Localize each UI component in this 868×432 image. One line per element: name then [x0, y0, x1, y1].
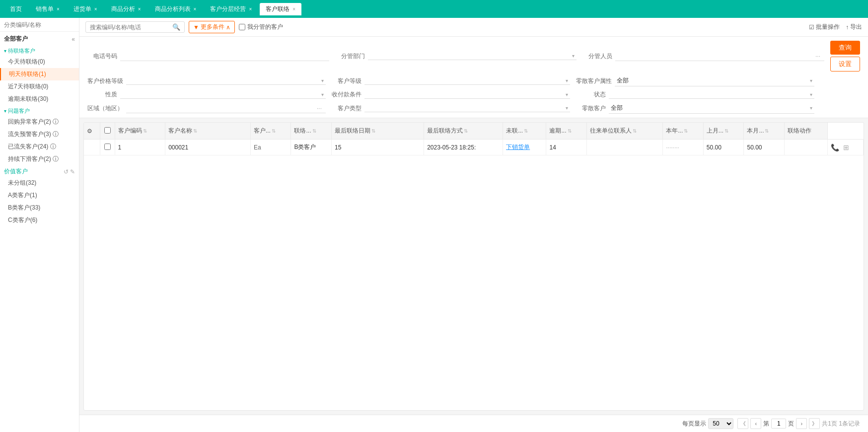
reset-btn[interactable]: 设置 [830, 57, 860, 72]
main-search-icon[interactable]: 🔍 [172, 23, 180, 31]
nav-product-analysis[interactable]: 商品分析 × [105, 3, 147, 15]
nav-close-product-list[interactable]: × [194, 6, 197, 12]
this-month-sort-icon[interactable]: ⇅ [765, 128, 769, 134]
this-year-sort-icon[interactable]: ⇅ [684, 128, 688, 134]
prev-page-btn[interactable]: ‹ [750, 418, 761, 429]
filter-dept-select[interactable]: ▾ [368, 52, 577, 60]
settings-icon[interactable]: ⚙ [87, 128, 92, 135]
sidebar-item-churned[interactable]: 已流失客户(24) ⓘ [0, 141, 79, 153]
sidebar-group-pending[interactable]: 待联络客户 [0, 45, 79, 56]
retail-attr-arrow: ▾ [810, 78, 812, 83]
sidebar-item-churn-warn[interactable]: 流失预警客户(3) ⓘ [0, 128, 79, 141]
overdue-sort-icon[interactable]: ⇅ [568, 128, 572, 134]
nav-customer-contact[interactable]: 客户联络 × [260, 3, 301, 15]
export-btn[interactable]: ↑ 导出 [846, 23, 862, 31]
data-table-container: ⚙ 客户编码⇅ 客户名称⇅ 客户...⇅ [83, 122, 864, 411]
col-type: 客户...⇅ [250, 123, 291, 140]
sidebar-item-b-class[interactable]: B类客户(33) [0, 202, 79, 214]
row-code: 000021 [165, 140, 251, 155]
filter-icon: ▼ [193, 24, 199, 31]
page-unit: 页 [788, 420, 794, 428]
region-label: 区域（地区） [87, 104, 123, 113]
per-page-select[interactable]: 50 100 200 [708, 418, 733, 429]
nav-close-product-analysis[interactable]: × [138, 6, 141, 12]
sidebar-item-ungrouped[interactable]: 未分组(32) [0, 177, 79, 189]
nav-close-contact[interactable]: × [292, 6, 295, 12]
method-link[interactable]: 下销货单 [506, 144, 530, 150]
sidebar-item-overdue[interactable]: 逾期未联络(30) [0, 93, 79, 105]
nav-close-tier[interactable]: × [249, 6, 252, 12]
nav-close-sales[interactable]: × [57, 6, 60, 12]
select-all-checkbox[interactable] [104, 127, 111, 134]
main-search-input[interactable] [90, 24, 170, 31]
next-page-btn[interactable]: › [796, 418, 807, 429]
phone-action-icon[interactable]: 📞 [831, 144, 839, 151]
region-dots[interactable]: ··· [315, 105, 324, 112]
last-month-sort-icon[interactable]: ⇅ [724, 128, 728, 134]
nav-close-purchase[interactable]: × [94, 6, 97, 12]
filter-phone-input[interactable] [120, 52, 329, 61]
sidebar-item-today[interactable]: 今天待联络(0) [0, 56, 79, 68]
my-customers-checkbox[interactable] [239, 24, 245, 30]
total-text: 共1页 1条记录 [822, 420, 860, 428]
last-page-btn[interactable]: 》 [809, 418, 820, 429]
filter-retail-cust-select[interactable]: 全部 ▾ [609, 103, 814, 114]
row-last-date: 2023-05-23 18:25: [424, 140, 503, 155]
last-date-sort-icon[interactable]: ⇅ [371, 128, 375, 134]
nav-sales-order[interactable]: 销售单 × [30, 3, 66, 15]
row-checkbox[interactable] [104, 144, 111, 150]
grid-action-icon[interactable]: ⊞ [843, 144, 849, 151]
sidebar-collapse-icon[interactable]: « [72, 36, 75, 43]
first-page-btn[interactable]: 《 [737, 418, 748, 429]
no-contact-sort-icon[interactable]: ⇅ [524, 128, 528, 134]
page-number-input[interactable] [771, 419, 786, 429]
filter-region: 区域（地区） ··· [87, 104, 326, 113]
filter-cust-type-select[interactable]: ▾ [364, 104, 570, 112]
more-conditions-btn[interactable]: ▼ 更多条件 ∧ [189, 21, 235, 33]
sidebar-item-week[interactable]: 近7天待联络(0) [0, 80, 79, 93]
nature-label: 性质 [87, 90, 117, 99]
per-page-container: 每页显示 50 100 200 [682, 418, 733, 429]
sidebar-group-problem[interactable]: 问题客户 [0, 105, 79, 116]
filter-retail-cust: 零散客户 全部 ▾ [576, 103, 814, 114]
code-sort-icon[interactable]: ⇅ [143, 128, 147, 134]
col-overdue: 逾期...⇅ [546, 123, 587, 140]
nav-purchase-order[interactable]: 进货单 × [68, 3, 103, 15]
sidebar-group-value[interactable]: 价值客户 ↺ ✎ [0, 165, 79, 177]
query-btn[interactable]: 查询 [830, 41, 860, 55]
filter-manager-select[interactable]: ··· [615, 52, 824, 61]
type-sort-icon[interactable]: ⇅ [272, 128, 276, 134]
nav-product-analysis-list[interactable]: 商品分析列表 × [149, 3, 203, 15]
filter-row-4: 区域（地区） ··· 客户类型 ▾ 零散客户 全部 [87, 103, 860, 114]
filter-price-level-select[interactable]: ▾ [126, 77, 326, 85]
row-last-method: 下销货单 [503, 140, 546, 155]
sidebar-item-repurchase[interactable]: 回购异常客户(2) ⓘ [0, 116, 79, 128]
sidebar-item-tomorrow[interactable]: 明天待联络(1) [0, 68, 79, 80]
row-name[interactable]: Ea [250, 140, 291, 155]
sidebar-item-a-class[interactable]: A类客户(1) [0, 189, 79, 202]
filter-row-3: 性质 ▾ 收付款条件 ▾ 状态 [87, 90, 860, 99]
my-customers-check[interactable]: 我分管的客户 [239, 23, 283, 31]
name-sort-icon[interactable]: ⇅ [193, 128, 197, 134]
sidebar-item-c-class[interactable]: C类客户(6) [0, 214, 79, 226]
contact-count-sort-icon[interactable]: ⇅ [312, 128, 316, 134]
manager-dots-icon[interactable]: ··· [813, 53, 822, 60]
filter-nature-select[interactable]: ▾ [120, 91, 326, 99]
dept-arrow-icon: ▾ [572, 53, 575, 59]
sidebar-search-input[interactable] [4, 21, 78, 28]
batch-op-btn[interactable]: ☑ 批量操作 [809, 23, 840, 31]
filter-status-select[interactable]: ▾ [609, 91, 814, 99]
nav-home[interactable]: 首页 [4, 3, 28, 15]
retail-attr-label: 零散客户属性 [576, 77, 612, 85]
filter-cust-level-select[interactable]: ▾ [364, 77, 570, 85]
nav-customer-tier[interactable]: 客户分层经营 × [204, 3, 258, 15]
filter-region-select[interactable]: ··· [126, 104, 326, 113]
filter-phone: 电话号码 [87, 52, 329, 61]
row-gear-cell [84, 140, 100, 155]
sidebar-item-declining[interactable]: 持续下滑客户(2) ⓘ [0, 153, 79, 165]
person-sort-icon[interactable]: ⇅ [633, 128, 637, 134]
filter-payment-select[interactable]: ▾ [364, 91, 570, 99]
top-nav: 首页 销售单 × 进货单 × 商品分析 × 商品分析列表 × 客户分层经营 × … [0, 0, 868, 18]
filter-retail-attr-select[interactable]: 全部 ▾ [615, 75, 814, 86]
last-method-sort-icon[interactable]: ⇅ [464, 128, 468, 134]
